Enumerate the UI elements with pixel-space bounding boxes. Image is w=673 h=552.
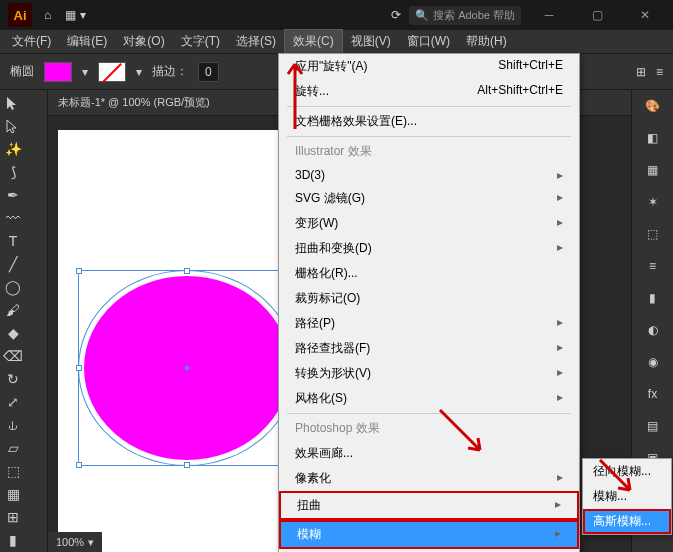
menu-stylize[interactable]: 风格化(S)▸ xyxy=(279,386,579,411)
menu-crop-marks[interactable]: 裁剪标记(O) xyxy=(279,286,579,311)
menu-convert-shape[interactable]: 转换为形状(V)▸ xyxy=(279,361,579,386)
eraser-tool[interactable]: ⌫ xyxy=(2,345,24,367)
blur-submenu: 径向模糊... 模糊... 高斯模糊... xyxy=(582,458,672,535)
line-tool[interactable]: ╱ xyxy=(2,253,24,275)
search-box[interactable]: 🔍 搜索 Adobe 帮助 xyxy=(409,6,521,25)
bridge-icon[interactable]: ▦ ▾ xyxy=(65,8,85,22)
options-icon[interactable]: ≡ xyxy=(656,65,663,79)
panel-styles-icon[interactable]: fx xyxy=(632,378,673,410)
panel-swatches-icon[interactable]: ▦ xyxy=(632,154,673,186)
rotate-tool[interactable]: ↻ xyxy=(2,368,24,390)
menu-svg-filter[interactable]: SVG 滤镜(G)▸ xyxy=(279,186,579,211)
menu-select[interactable]: 选择(S) xyxy=(228,30,284,53)
chevron-right-icon: ▸ xyxy=(557,365,563,382)
chevron-right-icon: ▸ xyxy=(557,190,563,207)
zoom-level[interactable]: 100% xyxy=(56,536,84,548)
menu-doc-raster[interactable]: 文档栅格效果设置(E)... xyxy=(279,109,579,134)
width-tool[interactable]: ⫝ xyxy=(2,414,24,436)
submenu-gaussian-blur[interactable]: 高斯模糊... xyxy=(583,509,671,534)
type-tool[interactable]: T xyxy=(2,230,24,252)
titlebar: Ai ⌂ ▦ ▾ ⟳ 🔍 搜索 Adobe 帮助 ─ ▢ ✕ xyxy=(0,0,673,30)
chevron-right-icon: ▸ xyxy=(557,168,563,182)
stroke-color-swatch[interactable] xyxy=(98,62,126,82)
lasso-tool[interactable]: ⟆ xyxy=(2,161,24,183)
separator xyxy=(287,136,571,137)
chevron-right-icon: ▸ xyxy=(557,470,563,487)
chevron-right-icon: ▸ xyxy=(557,240,563,257)
menu-object[interactable]: 对象(O) xyxy=(115,30,172,53)
minimize-button[interactable]: ─ xyxy=(529,1,569,29)
fill-dropdown-icon[interactable]: ▾ xyxy=(82,65,88,79)
menu-apply-rotate[interactable]: 应用"旋转"(A)Shift+Ctrl+E xyxy=(279,54,579,79)
panel-transparency-icon[interactable]: ◐ xyxy=(632,314,673,346)
canvas[interactable] xyxy=(58,130,308,552)
menu-distort-transform[interactable]: 扭曲和变换(D)▸ xyxy=(279,236,579,261)
chevron-right-icon: ▸ xyxy=(555,526,561,543)
menu-3d[interactable]: 3D(3)▸ xyxy=(279,164,579,186)
handle-bottom-left[interactable] xyxy=(76,462,82,468)
submenu-radial-blur[interactable]: 径向模糊... xyxy=(583,459,671,484)
app-logo: Ai xyxy=(8,3,32,27)
panel-color-icon[interactable]: 🎨 xyxy=(632,90,673,122)
menu-rasterize[interactable]: 栅格化(R)... xyxy=(279,261,579,286)
menu-effect[interactable]: 效果(C) xyxy=(284,29,343,54)
menu-warp[interactable]: 变形(W)▸ xyxy=(279,211,579,236)
menubar: 文件(F) 编辑(E) 对象(O) 文字(T) 选择(S) 效果(C) 视图(V… xyxy=(0,30,673,54)
perspective-tool[interactable]: ▦ xyxy=(2,483,24,505)
handle-top-mid[interactable] xyxy=(184,268,190,274)
panel-symbols-icon[interactable]: ⬚ xyxy=(632,218,673,250)
stroke-dropdown-icon[interactable]: ▾ xyxy=(136,65,142,79)
panel-appearance-icon[interactable]: ◉ xyxy=(632,346,673,378)
center-point xyxy=(185,366,189,370)
separator xyxy=(287,106,571,107)
menu-window[interactable]: 窗口(W) xyxy=(399,30,458,53)
maximize-button[interactable]: ▢ xyxy=(577,1,617,29)
effect-dropdown: 应用"旋转"(A)Shift+Ctrl+E 旋转...Alt+Shift+Ctr… xyxy=(278,53,580,552)
shaper-tool[interactable]: ◆ xyxy=(2,322,24,344)
menu-type[interactable]: 文字(T) xyxy=(173,30,228,53)
zoom-dropdown-icon[interactable]: ▾ xyxy=(88,536,94,549)
chevron-right-icon: ▸ xyxy=(557,315,563,332)
menu-distort-ps[interactable]: 扭曲▸ xyxy=(279,491,579,520)
panel-stroke-icon[interactable]: ≡ xyxy=(632,250,673,282)
menu-effect-gallery[interactable]: 效果画廊... xyxy=(279,441,579,466)
ellipse-tool[interactable]: ◯ xyxy=(2,276,24,298)
handle-mid-left[interactable] xyxy=(76,365,82,371)
menu-blur[interactable]: 模糊▸ xyxy=(279,520,579,549)
menu-rotate[interactable]: 旋转...Alt+Shift+Ctrl+E xyxy=(279,79,579,104)
menu-edit[interactable]: 编辑(E) xyxy=(59,30,115,53)
close-button[interactable]: ✕ xyxy=(625,1,665,29)
pen-tool[interactable]: ✒ xyxy=(2,184,24,206)
handle-bottom-mid[interactable] xyxy=(184,462,190,468)
sync-icon[interactable]: ⟳ xyxy=(391,8,401,22)
menu-pathfinder[interactable]: 路径查找器(F)▸ xyxy=(279,336,579,361)
panel-gradient-icon[interactable]: ▮ xyxy=(632,282,673,314)
panel-brushes-icon[interactable]: ✶ xyxy=(632,186,673,218)
menu-view[interactable]: 视图(V) xyxy=(343,30,399,53)
menu-help[interactable]: 帮助(H) xyxy=(458,30,515,53)
window-controls: ─ ▢ ✕ xyxy=(529,1,665,29)
header-photoshop-effects: Photoshop 效果 xyxy=(279,416,579,441)
brush-tool[interactable]: 🖌 xyxy=(2,299,24,321)
align-icon[interactable]: ⊞ xyxy=(636,65,646,79)
handle-top-left[interactable] xyxy=(76,268,82,274)
curvature-tool[interactable]: 〰 xyxy=(2,207,24,229)
chevron-right-icon: ▸ xyxy=(557,390,563,407)
submenu-smart-blur[interactable]: 模糊... xyxy=(583,484,671,509)
scale-tool[interactable]: ⤢ xyxy=(2,391,24,413)
selection-tool[interactable] xyxy=(2,92,24,114)
mesh-tool[interactable]: ⊞ xyxy=(2,506,24,528)
home-icon[interactable]: ⌂ xyxy=(44,8,51,22)
gradient-tool[interactable]: ▮ xyxy=(2,529,24,551)
menu-file[interactable]: 文件(F) xyxy=(4,30,59,53)
fill-color-swatch[interactable] xyxy=(44,62,72,82)
panel-layers-icon[interactable]: ▤ xyxy=(632,410,673,442)
menu-pixelate[interactable]: 像素化▸ xyxy=(279,466,579,491)
panel-spectrum-icon[interactable]: ◧ xyxy=(632,122,673,154)
direct-selection-tool[interactable] xyxy=(2,115,24,137)
menu-path[interactable]: 路径(P)▸ xyxy=(279,311,579,336)
shape-builder-tool[interactable]: ⬚ xyxy=(2,460,24,482)
magic-wand-tool[interactable]: ✨ xyxy=(2,138,24,160)
free-transform-tool[interactable]: ▱ xyxy=(2,437,24,459)
stroke-width-input[interactable]: 0 xyxy=(198,62,219,82)
